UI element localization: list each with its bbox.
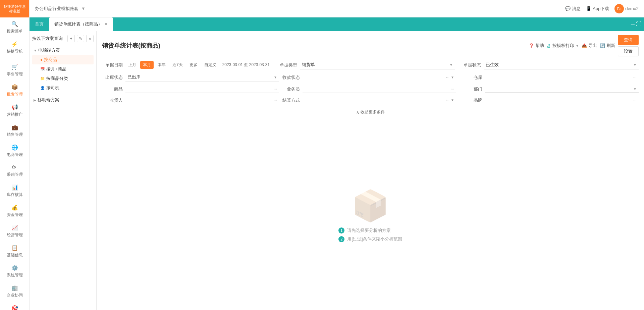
sidebar-item-marketing[interactable]: 📢 营销推广 <box>0 101 30 121</box>
sidebar-item-ecom[interactable]: 🌐 电商管理 <box>0 141 30 161</box>
help-icon: ❓ <box>529 43 534 48</box>
tab-home[interactable]: 首页 <box>30 17 49 31</box>
date-btn-custom[interactable]: 自定义 <box>202 61 219 69</box>
download-icon: 📱 <box>586 6 591 11</box>
inventory-icon: 📊 <box>11 184 18 191</box>
tree-child-by-month-product[interactable]: 📅 按月+商品 <box>32 64 94 74</box>
print-icon: 🖨 <box>547 43 551 48</box>
sidebar-item-wholesale[interactable]: 📦 批发管理 <box>0 81 30 101</box>
order-type-dropdown-icon[interactable]: ▼ <box>449 63 453 67</box>
sidebar-item-enterprise[interactable]: 🏢 企业协同 <box>0 281 30 302</box>
print-btn[interactable]: 🖨 按模板打印 ▼ <box>547 43 579 49</box>
receiver-more-icon[interactable]: ··· <box>274 98 277 102</box>
tab-actions: ─ ⛶ <box>631 21 644 27</box>
settings-button[interactable]: 设置 <box>618 46 639 56</box>
warehouse-label: 仓库 <box>462 74 485 81</box>
export-btn[interactable]: 📤 导出 <box>582 43 597 49</box>
panel-collapse-btn[interactable]: « <box>86 35 94 42</box>
date-btn-this-year[interactable]: 本年 <box>155 61 168 69</box>
collapse-icon: « <box>89 36 91 41</box>
sidebar-item-finance[interactable]: 💰 资金管理 <box>0 201 30 221</box>
empty-tip-2: 2 用[过滤]条件来缩小分析范围 <box>338 236 402 242</box>
out-status-dropdown-icon[interactable]: ▼ <box>274 75 277 79</box>
salesman-more-icon[interactable]: ··· <box>451 87 454 91</box>
refresh-icon: 🔄 <box>600 43 605 48</box>
order-status-value: 已生效 ▼ <box>484 60 639 69</box>
tree-child-by-product[interactable]: ● 按商品 <box>32 55 94 64</box>
collapse-up-icon: ∧ <box>356 110 359 115</box>
page-body: 按以下方案查询 + ✎ « ▼ 电脑端方案 ● <box>30 31 644 310</box>
sidebar-item-inventory[interactable]: 📊 库存核算 <box>0 181 30 201</box>
warehouse-more-icon[interactable]: ··· <box>633 75 637 80</box>
help-btn[interactable]: ❓ 帮助 <box>529 43 544 49</box>
marketing-icon: 📢 <box>11 104 18 110</box>
sidebar-item-retail[interactable]: 🛒 零售管理 <box>0 60 30 81</box>
tab-active[interactable]: 销货单统计表（按商品） ✕ <box>49 17 113 31</box>
user-avatar-btn[interactable]: Ea demo2 <box>614 4 639 13</box>
product-more-icon[interactable]: ··· <box>274 87 277 91</box>
product-value: ··· <box>125 85 279 93</box>
brand-more-icon[interactable]: ··· <box>633 98 637 102</box>
sidebar-item-purchase[interactable]: 🛍 采购管理 <box>0 161 30 181</box>
sidebar-item-quick-nav[interactable]: ⚡ 快捷导航 <box>0 38 30 58</box>
date-btn-7days[interactable]: 近7天 <box>170 61 185 69</box>
industry-label: 办公用品行业模拟账套 <box>35 6 78 12</box>
empty-illustration: 📦 <box>352 188 389 223</box>
panel-add-btn[interactable]: + <box>67 35 75 42</box>
logo: 畅捷通好生意 标准版 <box>0 0 30 17</box>
tree-child-by-cashier[interactable]: 👤 按司机 <box>32 83 94 93</box>
edit-icon: ✎ <box>79 36 82 41</box>
date-btn-more[interactable]: 更多 <box>187 61 200 69</box>
onboarding-icon: 🎯 <box>11 305 18 310</box>
tree-child-by-category[interactable]: 📁 按商品分类 <box>32 74 94 83</box>
search-menu-icon: 🔍 <box>11 21 18 27</box>
filter-area: 单据日期 上月 本月 本年 近7天 更多 自定义 2023-03-01 至 20… <box>97 59 644 120</box>
print-dropdown-icon: ▼ <box>576 44 579 48</box>
page-actions: ❓ 帮助 🖨 按模板打印 ▼ 📤 导出 🔄 刷新 <box>529 35 639 56</box>
sidebar-item-sales[interactable]: 💼 销售管理 <box>0 121 30 141</box>
settlement-more-icon[interactable]: ··· <box>446 98 449 102</box>
category-icon: 📁 <box>40 76 45 81</box>
brand-label: 品牌 <box>462 97 485 103</box>
date-btn-prev-month[interactable]: 上月 <box>125 61 139 69</box>
panel-edit-btn[interactable]: ✎ <box>77 35 84 42</box>
collapse-more-btn[interactable]: ∧ 收起更多条件 <box>102 107 639 117</box>
app-download-btn[interactable]: 📱 App下载 <box>586 6 609 12</box>
date-btn-this-month[interactable]: 本月 <box>140 61 154 69</box>
left-panel: 按以下方案查询 + ✎ « ▼ 电脑端方案 ● <box>30 31 97 310</box>
tab-close-btn[interactable]: ✕ <box>104 22 108 27</box>
tree-parent-desktop[interactable]: ▼ 电脑端方案 <box>32 46 94 55</box>
query-actions: 查询 设置 <box>618 35 639 56</box>
sidebar-item-onboarding[interactable]: 🎯 新手引导 <box>0 302 30 310</box>
purchase-icon: 🛍 <box>12 164 17 170</box>
department-dropdown-icon[interactable]: ▼ <box>633 87 637 91</box>
sidebar-item-search-menu[interactable]: 🔍 搜索菜单 <box>0 17 30 38</box>
sidebar-item-operation[interactable]: 📈 经营管理 <box>0 221 30 241</box>
empty-state: 📦 1 请先选择要分析的方案 2 用[过滤]条件来缩小分析范围 <box>97 120 644 310</box>
sidebar: 畅捷通好生意 标准版 🔍 搜索菜单 ⚡ 快捷导航 🛒 零售管理 📦 批发管理 📢… <box>0 0 30 310</box>
refresh-btn[interactable]: 🔄 刷新 <box>600 43 615 49</box>
tree-parent-mobile[interactable]: ▶ 移动端方案 <box>32 95 94 105</box>
sidebar-item-system[interactable]: ⚙️ 系统管理 <box>0 261 30 281</box>
sidebar-item-basic[interactable]: 📋 基础信息 <box>0 241 30 261</box>
receiver-value: ··· <box>125 96 279 104</box>
tab-expand-btn[interactable]: ⛶ <box>636 21 641 27</box>
panel-header: 按以下方案查询 + ✎ « <box>32 35 94 42</box>
message-icon: 💬 <box>565 6 571 11</box>
industry-dropdown-icon[interactable]: ▼ <box>81 6 86 11</box>
settlement-dropdown-icon[interactable]: ▼ <box>451 98 454 102</box>
tab-minimize-btn[interactable]: ─ <box>631 21 635 27</box>
logo-text: 畅捷通好生意 标准版 <box>4 4 26 14</box>
product-label: 商品 <box>102 86 125 92</box>
order-status-dropdown-icon[interactable]: ▼ <box>633 63 637 67</box>
receiver-label: 收货人 <box>102 97 125 103</box>
receipt-status-dropdown-icon[interactable]: ▼ <box>451 75 454 79</box>
cashier-icon: 👤 <box>40 86 45 90</box>
receipt-status-more-icon[interactable]: ··· <box>446 75 449 80</box>
receipt-status-value: ··· ▼ <box>303 73 456 81</box>
date-filter: 上月 本月 本年 近7天 更多 自定义 2023-03-01 至 2023-03… <box>125 61 270 69</box>
top-header: 办公用品行业模拟账套 ▼ 💬 消息 📱 App下载 Ea demo2 <box>30 0 644 17</box>
query-button[interactable]: 查询 <box>618 35 639 45</box>
finance-icon: 💰 <box>11 204 18 211</box>
message-btn[interactable]: 💬 消息 <box>565 6 581 12</box>
